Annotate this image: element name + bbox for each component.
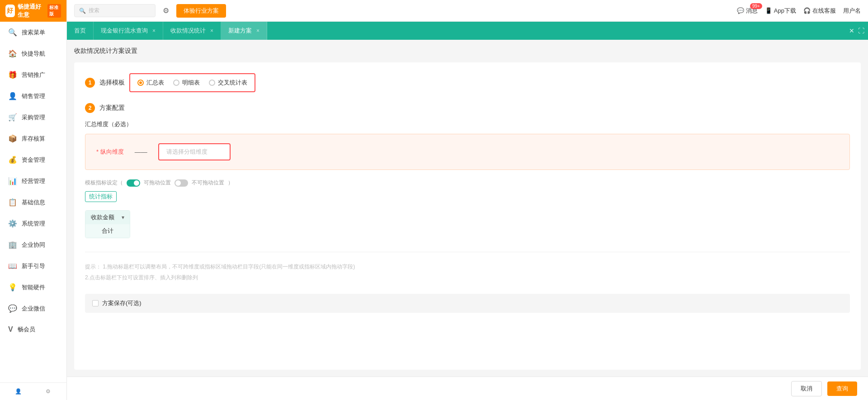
radio-cross-label: 交叉统计表	[218, 79, 247, 87]
sidebar-item-label: 智能硬件	[22, 283, 45, 292]
message-button[interactable]: 💬 消息 99+	[737, 7, 758, 15]
toggle-dot	[134, 180, 139, 186]
sidebar-item-label: 基础信息	[22, 198, 45, 207]
tip2-text: 2.点击标题栏下拉可设置排序、插入列和删除列	[85, 274, 198, 281]
tab-cash-query[interactable]: 现金银行流水查询 ×	[94, 22, 163, 40]
tab-new-plan-close[interactable]: ×	[256, 28, 259, 34]
sidebar-item-smart-hw[interactable]: 💡 智能硬件	[0, 277, 66, 298]
member-icon: V	[8, 325, 13, 334]
enterprise-wechat-icon: 💬	[8, 304, 17, 313]
service-label: 在线客服	[812, 7, 836, 15]
service-icon: 🎧	[803, 7, 811, 14]
page-title: 收款情况统计方案设置	[74, 47, 861, 55]
sidebar-item-label: 营销推广	[22, 71, 45, 79]
tip1-text: 1.拖动标题栏可以调整布局，不可跨维度或指标区域拖动栏目字段(只能在同一维度或指…	[103, 264, 355, 270]
search-menu-icon: 🔍	[8, 28, 17, 37]
radio-summary-circle	[137, 80, 144, 86]
sidebar-item-label: 系统管理	[22, 220, 45, 228]
online-service-button[interactable]: 🎧 在线客服	[803, 7, 836, 15]
dimension-select-dropdown[interactable]: 请选择分组维度	[158, 143, 231, 160]
cancel-button[interactable]: 取消	[791, 381, 822, 396]
inventory-icon: 📦	[8, 134, 17, 143]
step1-label: 选择模板	[99, 79, 125, 87]
dimension-section: 汇总维度（必选） * 纵向维度 —— 请选择分组维度	[85, 120, 850, 170]
tab-cash-query-label: 现金银行流水查询	[101, 27, 148, 35]
save-option: 方案保存(可选)	[85, 294, 850, 313]
radio-summary-label: 汇总表	[146, 79, 164, 87]
sidebar-item-system[interactable]: ⚙️ 系统管理	[0, 213, 66, 234]
user-profile[interactable]: 用户名	[843, 7, 861, 15]
sidebar-item-label: 企业微信	[22, 305, 45, 313]
content-panel: 1 选择模板 汇总表 明细表 交叉统计表	[74, 62, 861, 370]
dimension-title: 汇总维度（必选）	[85, 120, 850, 128]
operation-icon: 📊	[8, 177, 17, 185]
sidebar-user-icon[interactable]: 👤	[5, 388, 32, 395]
sidebar-item-purchase[interactable]: 🛒 采购管理	[0, 107, 66, 128]
sales-icon: 👤	[8, 92, 17, 100]
basic-info-icon: 📋	[8, 198, 17, 207]
arrow-icon: ——	[135, 148, 147, 155]
sidebar-item-label: 库存核算	[22, 135, 45, 143]
sidebar-item-search-menu[interactable]: 🔍 搜索菜单	[0, 22, 66, 43]
tab-home[interactable]: 首页	[67, 22, 94, 40]
query-button[interactable]: 查询	[827, 381, 857, 396]
sidebar-item-sales[interactable]: 👤 销售管理	[0, 85, 66, 107]
radio-cross-circle	[209, 80, 215, 86]
sidebar-item-finance[interactable]: 💰 资金管理	[0, 149, 66, 170]
metric-card-receipt-amount: 收款金额 ▾ 合计	[85, 210, 130, 238]
logo-text: 畅捷通好生意	[18, 3, 44, 19]
tabbar-right-controls: ✕ ⛶	[849, 27, 868, 34]
tab-close-all-icon[interactable]: ✕	[849, 27, 854, 34]
tab-receipt-stats[interactable]: 收款情况统计 ×	[163, 22, 221, 40]
app-download-button[interactable]: 📱 App下载	[765, 7, 796, 15]
sidebar-item-enterprise-wechat[interactable]: 💬 企业微信	[0, 298, 66, 319]
sidebar-item-operation[interactable]: 📊 经营管理	[0, 170, 66, 192]
dimension-area: * 纵向维度 —— 请选择分组维度	[85, 134, 850, 170]
metrics-draggable-label: 可拖动位置	[144, 179, 171, 187]
sidebar-item-label: 快捷导航	[22, 50, 45, 58]
toggle-dot2	[175, 180, 181, 186]
tips-section: 提示： 1.拖动标题栏可以调整布局，不可跨维度或指标区域拖动栏目字段(只能在同一…	[85, 252, 850, 283]
radio-detail[interactable]: 明细表	[173, 79, 200, 87]
trial-button[interactable]: 体验行业方案	[176, 4, 226, 18]
sidebar-item-label: 畅会员	[18, 325, 35, 334]
metrics-draggable-toggle[interactable]	[127, 179, 140, 187]
dimension-select-placeholder: 请选择分组维度	[166, 148, 208, 156]
save-label: 方案保存(可选)	[102, 299, 142, 307]
save-checkbox[interactable]	[92, 300, 99, 306]
sidebar: 好 畅捷通好生意 标准版 🔍 搜索菜单 🏠 快捷导航 🎁 营销推广 👤 销售管理…	[0, 0, 67, 400]
tab-new-plan[interactable]: 新建方案 ×	[221, 22, 267, 40]
tips-divider	[85, 252, 850, 252]
radio-detail-label: 明细表	[182, 79, 200, 87]
metric-card-header[interactable]: 收款金额 ▾	[85, 211, 130, 224]
logo-tag: 标准版	[47, 4, 61, 18]
sidebar-logo: 好 畅捷通好生意 标准版	[0, 0, 66, 22]
sidebar-item-inventory[interactable]: 📦 库存核算	[0, 128, 66, 149]
topbar-right: 💬 消息 99+ 📱 App下载 🎧 在线客服 用户名	[737, 7, 861, 15]
sidebar-settings-icon[interactable]: ⚙	[35, 388, 61, 395]
step2-badge: 2	[85, 103, 95, 113]
sidebar-item-guide[interactable]: 📖 新手引导	[0, 255, 66, 277]
tab-receipt-stats-label: 收款情况统计	[170, 27, 206, 35]
bottom-bar: 取消 查询	[67, 376, 868, 400]
sidebar-item-quick-nav[interactable]: 🏠 快捷导航	[0, 43, 66, 64]
smart-hw-icon: 💡	[8, 283, 17, 292]
metrics-section: 模板指标设定（ 可拖动位置 不可拖动位置 ） 统计指标	[85, 179, 850, 238]
gear-icon[interactable]: ⚙	[163, 6, 169, 15]
radio-cross[interactable]: 交叉统计表	[209, 79, 247, 87]
sidebar-item-marketing[interactable]: 🎁 营销推广	[0, 64, 66, 85]
metrics-not-draggable-toggle[interactable]	[175, 179, 188, 187]
tab-receipt-stats-close[interactable]: ×	[210, 28, 213, 34]
sidebar-item-enterprise[interactable]: 🏢 企业协同	[0, 234, 66, 255]
sidebar-item-basic-info[interactable]: 📋 基础信息	[0, 192, 66, 213]
metrics-section-title: 统计指标	[85, 191, 117, 202]
finance-icon: 💰	[8, 155, 17, 164]
template-select-box: 汇总表 明细表 交叉统计表	[129, 73, 255, 92]
tab-home-label: 首页	[74, 27, 86, 35]
radio-summary[interactable]: 汇总表	[137, 79, 164, 87]
tab-expand-icon[interactable]: ⛶	[858, 27, 864, 34]
topbar-search-box[interactable]: 🔍 搜索	[74, 4, 156, 17]
sidebar-item-member[interactable]: V 畅会员	[0, 319, 66, 340]
tab-cash-query-close[interactable]: ×	[152, 28, 156, 34]
sidebar-bottom: 👤 ⚙	[0, 382, 66, 400]
